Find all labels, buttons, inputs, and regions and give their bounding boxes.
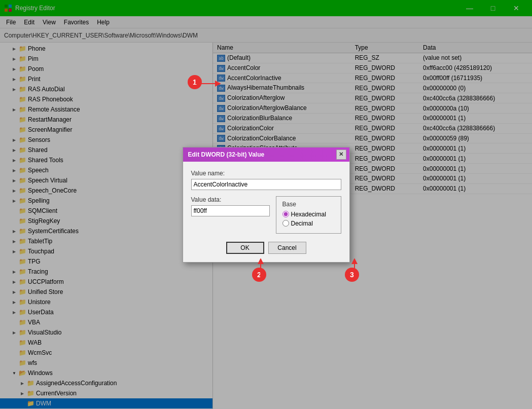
decimal-radio-row: Decimal <box>282 220 335 227</box>
base-group: Base Hexadecimal Decimal <box>276 196 341 234</box>
decimal-radio[interactable] <box>282 220 289 227</box>
value-name-label: Value name: <box>191 170 341 177</box>
base-label: Base <box>282 201 335 208</box>
value-data-input[interactable] <box>191 205 270 216</box>
modal-overlay: Edit DWORD (32-bit) Value ✕ Value name: … <box>0 0 532 409</box>
modal-close-button[interactable]: ✕ <box>336 150 346 160</box>
ok-button[interactable]: OK <box>226 242 264 254</box>
modal-body: Value name: Value data: Base Hexadecimal <box>183 162 349 262</box>
hexadecimal-label: Hexadecimal <box>291 211 326 218</box>
hexadecimal-radio-row: Hexadecimal <box>282 211 335 218</box>
hexadecimal-radio[interactable] <box>282 211 289 217</box>
modal-title-bar: Edit DWORD (32-bit) Value ✕ <box>183 147 349 162</box>
edit-dword-modal: Edit DWORD (32-bit) Value ✕ Value name: … <box>183 147 350 263</box>
modal-buttons: OK Cancel <box>191 242 341 254</box>
value-data-label: Value data: <box>191 196 270 203</box>
value-name-input[interactable] <box>191 179 341 190</box>
value-data-section: Value data: <box>191 196 270 234</box>
modal-data-row: Value data: Base Hexadecimal Decimal <box>191 196 341 234</box>
modal-title: Edit DWORD (32-bit) Value <box>188 151 265 158</box>
decimal-label: Decimal <box>291 220 313 227</box>
cancel-button[interactable]: Cancel <box>268 242 306 254</box>
